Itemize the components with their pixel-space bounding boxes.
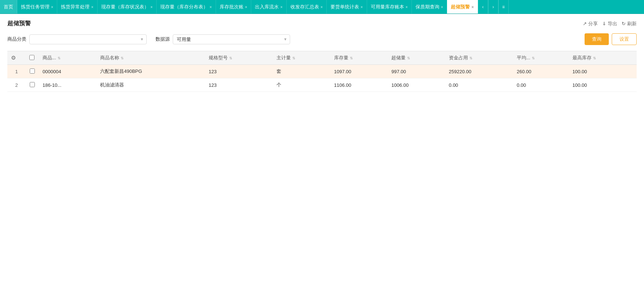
cell-product-name-1: 机油滤清器 (96, 78, 205, 92)
sort-icon-unit: ⇅ (292, 56, 295, 60)
nav-item-stock-status[interactable]: 现存量（库存状况表） × (98, 0, 157, 14)
cell-checkbox-0 (26, 65, 39, 78)
category-filter-group: 商品分类 (7, 34, 147, 44)
cell-index-1: 2 (7, 78, 26, 92)
row-checkbox-1[interactable] (30, 82, 35, 87)
sort-product-name[interactable]: 商品名称 ⇅ (100, 55, 201, 61)
nav-close-inout[interactable]: × (280, 5, 282, 9)
nav-close-order-stat[interactable]: × (361, 5, 363, 9)
nav-close-collection[interactable]: × (321, 5, 323, 9)
nav-label-expiry: 保质期查询 (416, 4, 439, 10)
share-label: 分享 (588, 21, 598, 27)
nav-close-available[interactable]: × (406, 5, 408, 9)
nav-close-stock-status[interactable]: × (150, 5, 153, 9)
export-label: 导出 (608, 21, 617, 27)
sort-icon-spec: ⇅ (229, 56, 232, 60)
th-max-stock: 最高库存 ⇅ (569, 51, 637, 65)
cell-avg-1: 0.00 (513, 78, 569, 92)
datasource-filter-group: 数据源 可用量 (155, 34, 290, 44)
nav-label-home: 首页 (4, 4, 13, 10)
cell-product-code-0: 0000004 (39, 65, 96, 78)
th-product-code: 商品... ⇅ (39, 51, 96, 65)
cell-max-stock-1: 100.00 (569, 78, 637, 92)
th-stock: 库存量 ⇅ (330, 51, 388, 65)
nav-item-abnormal[interactable]: 拣货异常处理 × (57, 0, 97, 14)
query-button[interactable]: 查询 (585, 33, 609, 45)
th-product-name: 商品名称 ⇅ (96, 51, 205, 65)
table-row: 2 186-10... 机油滤清器 123 个 1106.00 1006.00 … (7, 78, 637, 92)
nav-item-expiry[interactable]: 保质期查询 × (412, 0, 447, 14)
page-content: 超储预警 ↗ 分享 ⇓ 导出 ↻ 刷新 商品分类 (0, 14, 644, 293)
nav-item-stock-dist[interactable]: 现存量（库存分布表） × (157, 0, 216, 14)
cell-spec-0: 123 (205, 65, 273, 78)
sort-avg[interactable]: 平均... ⇅ (517, 55, 565, 61)
nav-item-overstock[interactable]: 超储预警 × (447, 0, 477, 14)
cell-stock-0: 1097.00 (330, 65, 388, 78)
sort-icon-overstock: ⇅ (407, 56, 410, 60)
nav-item-order-stat[interactable]: 要货单统计表 × (327, 0, 367, 14)
export-button[interactable]: ⇓ 导出 (602, 21, 617, 27)
nav-item-home[interactable]: 首页 (0, 0, 17, 14)
sort-icon-stock: ⇅ (350, 56, 353, 60)
nav-item-collection[interactable]: 收发存汇总表 × (287, 0, 327, 14)
nav-close-stock-dist[interactable]: × (209, 5, 212, 9)
nav-close-abnormal[interactable]: × (91, 5, 93, 9)
share-button[interactable]: ↗ 分享 (583, 21, 598, 27)
nav-arrow-right[interactable]: › (488, 0, 498, 14)
sort-overstock[interactable]: 超储量 ⇅ (391, 55, 442, 61)
cell-spec-1: 123 (205, 78, 273, 92)
nav-item-available[interactable]: 可用量库存账本 × (367, 0, 412, 14)
cell-capital-0: 259220.00 (445, 65, 513, 78)
filter-area: 商品分类 数据源 可用量 查询 设置 (7, 33, 637, 45)
sort-stock[interactable]: 库存量 ⇅ (334, 55, 384, 61)
refresh-icon: ↻ (622, 21, 626, 26)
nav-close-overstock[interactable]: × (471, 5, 473, 9)
refresh-label: 刷新 (627, 21, 637, 27)
nav-bar: 首页 拣货任务管理 × 拣货异常处理 × 现存量（库存状况表） × 现存量（库存… (0, 0, 644, 14)
cell-unit-0: 套 (273, 65, 330, 78)
datasource-select[interactable]: 可用量 (173, 34, 290, 44)
th-gear: ⚙ (7, 51, 26, 65)
select-all-checkbox[interactable] (29, 55, 34, 60)
nav-close-task[interactable]: × (51, 5, 53, 9)
nav-item-task[interactable]: 拣货任务管理 × (17, 0, 57, 14)
datasource-select-wrapper: 可用量 (173, 34, 290, 44)
table-row: 1 0000004 六配套新昌490BPG 123 套 1097.00 997.… (7, 65, 637, 78)
th-overstock: 超储量 ⇅ (388, 51, 445, 65)
nav-item-inout[interactable]: 出入库流水 × (251, 0, 286, 14)
sort-capital[interactable]: 资金占用 ⇅ (449, 55, 509, 61)
nav-label-stock-dist: 现存量（库存分布表） (160, 4, 208, 10)
refresh-button[interactable]: ↻ 刷新 (622, 21, 637, 27)
row-checkbox-0[interactable] (30, 68, 35, 74)
cell-index-0: 1 (7, 65, 26, 78)
cell-capital-1: 0.00 (445, 78, 513, 92)
sort-unit[interactable]: 主计量 ⇅ (277, 55, 327, 61)
gear-icon[interactable]: ⚙ (11, 55, 16, 61)
nav-arrow-left[interactable]: ‹ (478, 0, 488, 14)
cell-max-stock-0: 100.00 (569, 65, 637, 78)
share-icon: ↗ (583, 21, 587, 26)
nav-close-expiry[interactable]: × (441, 5, 443, 9)
nav-label-batch: 库存批次账 (220, 4, 244, 10)
nav-arrow-menu[interactable]: ≡ (498, 0, 509, 14)
nav-label-overstock: 超储预警 (451, 4, 470, 10)
sort-spec[interactable]: 规格型号 ⇅ (209, 55, 269, 61)
cell-stock-1: 1106.00 (330, 78, 388, 92)
nav-label-available: 可用量库存账本 (371, 4, 404, 10)
th-capital: 资金占用 ⇅ (445, 51, 513, 65)
sort-product-code[interactable]: 商品... ⇅ (43, 55, 93, 61)
sort-max-stock[interactable]: 最高库存 ⇅ (572, 55, 633, 61)
nav-close-batch[interactable]: × (245, 5, 247, 9)
nav-label-abnormal: 拣货异常处理 (61, 4, 89, 10)
cell-overstock-1: 1006.00 (388, 78, 445, 92)
settings-button[interactable]: 设置 (612, 33, 637, 45)
header-actions: ↗ 分享 ⇓ 导出 ↻ 刷新 (583, 21, 637, 27)
th-spec: 规格型号 ⇅ (205, 51, 273, 65)
category-select[interactable] (29, 34, 147, 44)
nav-label-stock-status: 现存量（库存状况表） (101, 4, 149, 10)
cell-overstock-0: 997.00 (388, 65, 445, 78)
page-header: 超储预警 ↗ 分享 ⇓ 导出 ↻ 刷新 (7, 20, 637, 27)
data-table: ⚙ 商品... ⇅ 商品名称 ⇅ (7, 51, 637, 92)
nav-item-batch[interactable]: 库存批次账 × (216, 0, 251, 14)
sort-icon-avg: ⇅ (532, 56, 535, 60)
